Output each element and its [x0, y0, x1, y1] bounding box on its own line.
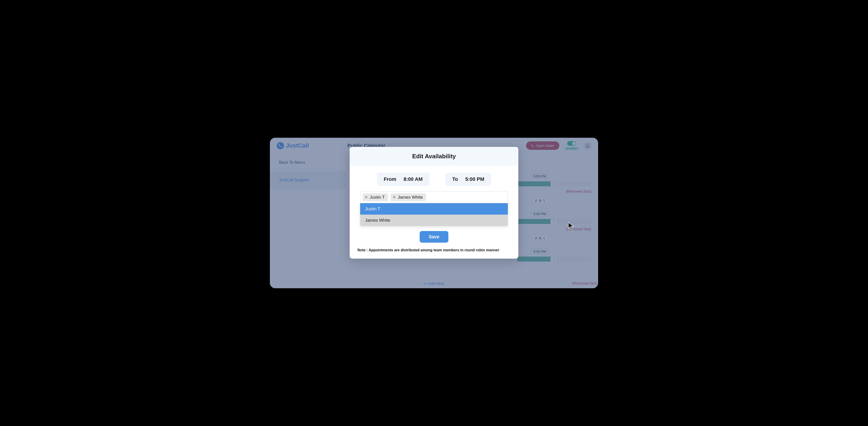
from-time-field[interactable]: From 8:00 AM — [377, 173, 430, 186]
edit-availability-modal: Edit Availability From 8:00 AM To 5:00 P… — [350, 147, 518, 258]
modal-header: Edit Availability — [350, 147, 518, 166]
member-chip: ✕ Justin T — [363, 193, 388, 201]
save-button[interactable]: Save — [420, 231, 448, 243]
from-label: From — [384, 176, 396, 182]
modal-note: Note : Appointments are distributed amon… — [350, 248, 518, 258]
to-time-field[interactable]: To 5:00 PM — [445, 173, 491, 186]
remove-chip-icon[interactable]: ✕ — [393, 195, 396, 199]
member-dropdown: Justin T James White — [360, 203, 508, 226]
member-select-input[interactable]: ✕ Justin T ✕ James White — [360, 191, 508, 203]
chip-label: Justin T — [370, 195, 385, 200]
to-value: 5:00 PM — [465, 176, 484, 182]
from-value: 8:00 AM — [404, 176, 423, 182]
modal-title: Edit Availability — [350, 153, 518, 160]
dropdown-option[interactable]: Justin T — [360, 203, 508, 215]
member-chip: ✕ James White — [391, 193, 426, 201]
app-window: JustCall Public Calendar Open Dialer Ava… — [270, 138, 598, 288]
cursor-icon — [567, 222, 576, 230]
chip-label: James White — [398, 195, 423, 200]
remove-chip-icon[interactable]: ✕ — [365, 195, 368, 199]
to-label: To — [452, 176, 458, 182]
dropdown-option[interactable]: James White — [360, 215, 508, 226]
